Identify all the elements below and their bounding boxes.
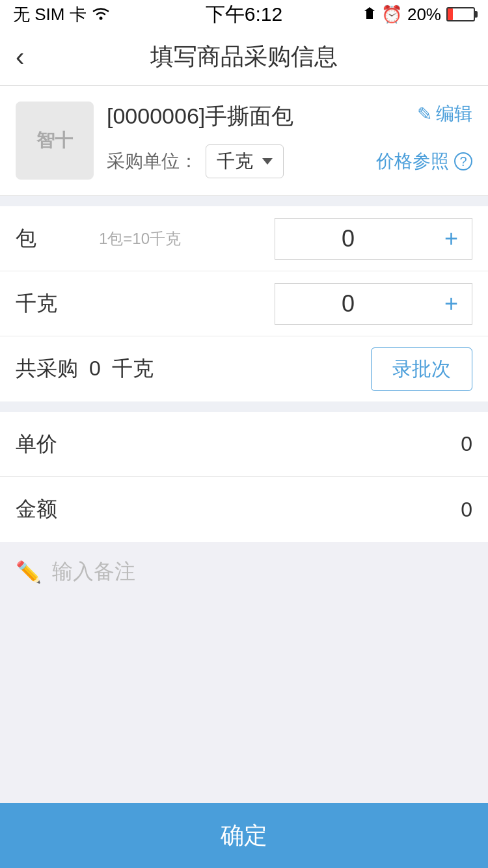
bag-input-controls: +: [275, 218, 472, 260]
kg-plus-button[interactable]: +: [431, 283, 472, 325]
status-bar-right: ⏰ 20%: [363, 5, 475, 25]
unit-price-label: 单价: [16, 430, 57, 459]
pencil-icon: ✏️: [16, 560, 42, 584]
unit-price-value: 0: [461, 432, 472, 456]
amount-label: 金额: [16, 495, 57, 524]
kg-input-controls: +: [275, 283, 472, 325]
bag-sublabel: 1包=10千克: [99, 228, 181, 249]
svg-point-0: [99, 16, 102, 20]
edit-button[interactable]: ✎ 编辑: [417, 102, 472, 126]
unit-select[interactable]: 千克: [206, 144, 284, 178]
status-bar-time: 下午6:12: [206, 1, 282, 28]
status-bar-left: 无 SIM 卡: [13, 3, 110, 26]
bag-label: 包: [16, 224, 94, 253]
separator-1: [0, 196, 488, 206]
confirm-button[interactable]: 确定: [0, 803, 488, 868]
product-logo-text: 智十: [36, 128, 73, 153]
amount-value: 0: [461, 498, 472, 522]
product-card: 智十 [0000006]手撕面包 ✎ 编辑 采购单位： 千克 价格参照 ?: [0, 86, 488, 196]
chevron-down-icon: [262, 158, 273, 165]
total-value: 0: [89, 357, 101, 380]
status-bar: 无 SIM 卡 下午6:12 ⏰ 20%: [0, 0, 488, 29]
batch-button[interactable]: 录批次: [371, 347, 472, 391]
separator-2: [0, 401, 488, 412]
kg-quantity-input[interactable]: [275, 283, 431, 325]
wifi-icon: [92, 5, 110, 25]
product-unit-row: 采购单位： 千克 价格参照 ?: [107, 144, 472, 178]
amount-row: 金额 0: [0, 477, 488, 542]
kg-input-row: 千克 +: [0, 271, 488, 336]
battery-icon: [446, 7, 475, 21]
content-area: [0, 602, 488, 797]
bag-quantity-input[interactable]: [275, 218, 431, 260]
edit-icon: ✎: [417, 103, 432, 125]
remark-section[interactable]: ✏️ 输入备注: [0, 542, 488, 602]
location-icon: [363, 5, 376, 25]
nav-bar: ‹ 填写商品采购信息: [0, 29, 488, 86]
back-button[interactable]: ‹: [16, 42, 24, 72]
alarm-icon: ⏰: [381, 5, 402, 25]
price-section: 单价 0 金额 0: [0, 412, 488, 542]
unit-label: 采购单位：: [107, 149, 198, 174]
total-row: 共采购 0 千克 录批次: [0, 336, 488, 401]
battery-percent: 20%: [407, 5, 441, 25]
carrier-text: 无 SIM 卡: [13, 3, 87, 26]
product-info: [0000006]手撕面包 ✎ 编辑 采购单位： 千克 价格参照 ?: [107, 102, 472, 178]
help-icon: ?: [454, 152, 472, 170]
bag-plus-button[interactable]: +: [431, 218, 472, 260]
total-label: 共采购 0 千克: [16, 355, 154, 383]
remark-placeholder: 输入备注: [52, 558, 135, 586]
price-reference-button[interactable]: 价格参照 ?: [376, 149, 472, 174]
input-section: 包 1包=10千克 + 千克 +: [0, 206, 488, 336]
product-name: [0000006]手撕面包: [107, 102, 417, 131]
product-image: 智十: [16, 102, 94, 180]
page-title: 填写商品采购信息: [150, 41, 338, 73]
unit-price-row: 单价 0: [0, 412, 488, 477]
unit-selector-group: 采购单位： 千克: [107, 144, 284, 178]
product-header: [0000006]手撕面包 ✎ 编辑: [107, 102, 472, 131]
bag-input-row: 包 1包=10千克 +: [0, 206, 488, 271]
kg-label: 千克: [16, 290, 94, 318]
